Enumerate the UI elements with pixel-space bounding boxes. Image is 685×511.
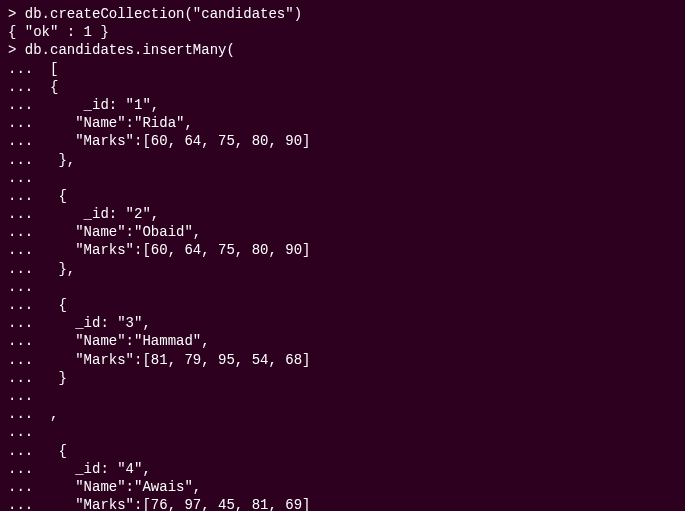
terminal-output[interactable]: > db.createCollection("candidates"){ "ok…	[8, 5, 677, 511]
terminal-line: ... {	[8, 442, 677, 460]
terminal-line: ... _id: "1",	[8, 96, 677, 114]
terminal-line: > db.createCollection("candidates")	[8, 5, 677, 23]
terminal-line: ... _id: "4",	[8, 460, 677, 478]
terminal-line: ... "Name":"Hammad",	[8, 332, 677, 350]
terminal-line: ...	[8, 278, 677, 296]
terminal-line: ... ,	[8, 405, 677, 423]
terminal-line: ...	[8, 387, 677, 405]
terminal-line: ... }	[8, 369, 677, 387]
terminal-line: ... "Name":"Awais",	[8, 478, 677, 496]
terminal-line: ... },	[8, 260, 677, 278]
terminal-line: ... _id: "2",	[8, 205, 677, 223]
terminal-line: ... _id: "3",	[8, 314, 677, 332]
terminal-line: ... {	[8, 296, 677, 314]
terminal-line: ... "Marks":[60, 64, 75, 80, 90]	[8, 241, 677, 259]
terminal-line: ... {	[8, 78, 677, 96]
terminal-line: ... "Marks":[76, 97, 45, 81, 69]	[8, 496, 677, 511]
terminal-line: ... "Marks":[60, 64, 75, 80, 90]	[8, 132, 677, 150]
terminal-line: ... [	[8, 60, 677, 78]
terminal-line: ...	[8, 169, 677, 187]
terminal-line: ... {	[8, 187, 677, 205]
terminal-line: > db.candidates.insertMany(	[8, 41, 677, 59]
terminal-line: ...	[8, 423, 677, 441]
terminal-line: ... },	[8, 151, 677, 169]
terminal-line: { "ok" : 1 }	[8, 23, 677, 41]
terminal-line: ... "Name":"Rida",	[8, 114, 677, 132]
terminal-line: ... "Marks":[81, 79, 95, 54, 68]	[8, 351, 677, 369]
terminal-line: ... "Name":"Obaid",	[8, 223, 677, 241]
